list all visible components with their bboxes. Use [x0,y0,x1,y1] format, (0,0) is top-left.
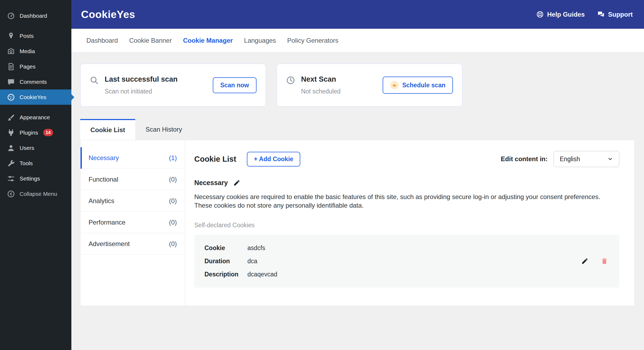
next-scan-card: Next Scan Not scheduled Schedule scan [277,64,462,107]
category-necessary[interactable]: Necessary (1) [80,147,185,169]
plugins-icon [7,129,15,137]
category-title: Necessary [194,179,228,187]
edit-content-in: Edit content in: English [501,151,619,167]
nav-link-cookie-manager[interactable]: Cookie Manager [182,35,233,46]
pages-icon [7,63,15,71]
sidebar-menu: Dashboard Posts Media Pages Comments Coo… [0,8,71,186]
tab-cookie-list[interactable]: Cookie List [80,119,135,140]
cookie-entry: Cookie asdcfs Duration dca Description d… [194,235,619,288]
wp-admin-sidebar: Dashboard Posts Media Pages Comments Coo… [0,0,71,350]
support-label: Support [608,11,633,18]
sidebar-item-collapse-menu[interactable]: Collapse Menu [0,186,71,201]
delete-cookie-icon[interactable] [601,258,608,265]
cookieyes-header: CookieYes Help Guides Support [71,0,644,29]
sidebar-item-dashboard[interactable]: Dashboard [0,8,71,23]
cookie-duration-value: dca [247,258,609,265]
scan-cards: Last successful scan Scan not initiated … [80,64,635,107]
category-advertisement[interactable]: Advertisement (0) [80,233,185,255]
media-icon [7,47,15,55]
help-guides-label: Help Guides [547,11,585,18]
cookie-description-label: Description [204,271,247,278]
cookie-fields: Cookie asdcfs Duration dca Description d… [204,244,609,278]
category-analytics[interactable]: Analytics (0) [80,190,185,212]
sidebar-item-settings[interactable]: Settings [0,171,71,186]
premium-crown-icon [390,81,399,89]
sidebar-item-posts[interactable]: Posts [0,28,71,44]
last-scan-card: Last successful scan Scan not initiated … [80,64,266,107]
sidebar-item-appearance[interactable]: Appearance [0,110,71,125]
dashboard-icon [7,12,15,20]
chevron-down-icon [607,156,613,162]
pin-icon [7,32,15,40]
help-guides-icon [536,10,544,18]
edit-category-icon[interactable] [233,179,240,186]
nav-link-dashboard[interactable]: Dashboard [86,35,118,46]
settings-icon [7,175,15,183]
collapse-icon [7,190,15,198]
last-scan-status: Scan not initiated [105,88,178,95]
sidebar-item-pages[interactable]: Pages [0,59,71,74]
category-pane: Cookie List + Add Cookie Edit content in… [185,140,634,306]
search-icon [90,76,99,85]
appearance-icon [7,113,15,121]
cookie-name-label: Cookie [204,244,247,252]
category-title-row: Necessary [194,179,619,187]
scan-now-button[interactable]: Scan now [213,77,257,93]
category-functional[interactable]: Functional (0) [80,169,185,190]
support-icon [597,10,605,18]
category-description: Necessary cookies are required to enable… [194,193,619,210]
nav-link-cookie-banner[interactable]: Cookie Banner [129,35,172,46]
last-scan-title: Last successful scan [105,75,178,84]
page-title: Cookie List [194,155,236,164]
sidebar-item-cookieyes[interactable]: CookieYes [0,89,71,105]
help-guides-link[interactable]: Help Guides [536,10,585,18]
plugins-badge: 14 [43,129,53,136]
support-link[interactable]: Support [597,10,633,18]
category-performance[interactable]: Performance (0) [80,212,185,233]
sidebar-item-label: Collapse Menu [20,191,57,197]
sidebar-item-users[interactable]: Users [0,140,71,156]
cookie-actions [581,258,608,265]
nav-link-policy-generators[interactable]: Policy Generators [287,35,339,46]
pane-header: Cookie List + Add Cookie Edit content in… [194,151,619,167]
cookie-description-value: dcaqevcad [247,271,609,278]
sidebar-item-tools[interactable]: Tools [0,156,71,171]
cookie-list-panel: Necessary (1) Functional (0) Analytics (… [80,140,635,306]
sidebar-item-media[interactable]: Media [0,44,71,59]
cookie-duration-label: Duration [204,258,247,265]
page-content: Last successful scan Scan not initiated … [71,52,644,350]
edit-cookie-icon[interactable] [581,258,588,265]
plugin-nav: DashboardCookie BannerCookie ManagerLang… [71,29,644,52]
schedule-scan-button[interactable]: Schedule scan [383,77,453,94]
clock-icon [286,76,295,85]
comments-icon [7,78,15,86]
cookieyes-logo: CookieYes [81,9,135,20]
users-icon [7,144,15,152]
edit-content-label: Edit content in: [501,155,548,163]
main-area: CookieYes Help Guides Support DashboardC… [71,0,644,350]
header-links: Help Guides Support [536,10,633,18]
self-declared-label: Self-declared Cookies [194,222,619,229]
nav-link-languages[interactable]: Languages [244,35,277,46]
cookie-icon [7,93,15,101]
sidebar-item-comments[interactable]: Comments [0,74,71,89]
sidebar-item-plugins[interactable]: Plugins 14 [0,125,71,140]
category-list: Necessary (1) Functional (0) Analytics (… [80,140,185,306]
tab-scan-history[interactable]: Scan History [135,119,192,140]
next-scan-title: Next Scan [301,75,341,84]
language-selected-value: English [560,156,580,163]
next-scan-status: Not scheduled [301,88,341,95]
cookieyes-admin-screen: Dashboard Posts Media Pages Comments Coo… [0,0,644,350]
add-cookie-button[interactable]: + Add Cookie [247,152,300,167]
tabs: Cookie ListScan History [80,119,635,140]
cookie-name-value: asdcfs [247,244,609,252]
language-select[interactable]: English [554,151,619,167]
tools-icon [7,159,15,167]
